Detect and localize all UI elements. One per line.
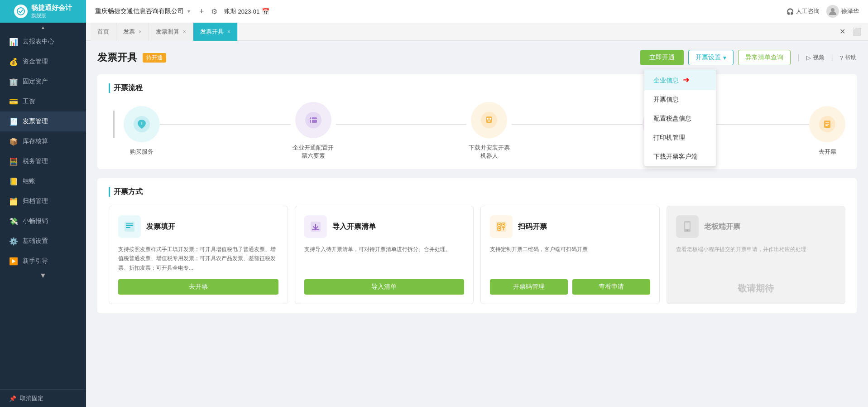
sidebar-item-reports[interactable]: 📊 云报表中心 — [0, 32, 86, 52]
sidebar-item-invoice[interactable]: 🧾 发票管理 — [0, 111, 86, 131]
connector-2 — [336, 124, 467, 125]
tab-issue-label: 发票开具 — [200, 28, 224, 36]
exception-button[interactable]: 异常清单查询 — [738, 50, 791, 65]
guide-icon: ▶️ — [9, 257, 18, 266]
method-card-import: 导入开票清单 支持导入待开票清单，可对待开票清单进行拆分、合并处理。 导入清单 — [295, 206, 474, 304]
scan-card-btn1[interactable]: 开票码管理 — [490, 279, 568, 295]
connector-3 — [512, 124, 643, 125]
sidebar-item-archive[interactable]: 🗂️ 归档管理 — [0, 191, 86, 211]
tab-issue[interactable]: 发票开具 × — [193, 23, 238, 41]
fill-invoice-icon — [118, 215, 141, 238]
boss-card-desc: 查看老板端小程序提交的开票申请，并作出相应的处理 — [676, 245, 836, 273]
flow-step-2-label: 企业开通配置开票六要素 — [291, 144, 336, 160]
import-card-title: 导入开票清单 — [332, 222, 376, 232]
tab-invoice[interactable]: 发票 × — [116, 23, 149, 41]
connector-1 — [160, 124, 291, 125]
sidebar-item-funds[interactable]: 💰 资金管理 — [0, 52, 86, 72]
tax-icon: 🧮 — [9, 157, 18, 166]
dropdown-item-download[interactable]: 下载开票客户端 — [644, 147, 716, 166]
svg-rect-36 — [503, 224, 504, 225]
sidebar-label-guide: 新手引导 — [23, 257, 48, 265]
tab-estimate[interactable]: 发票测算 × — [149, 23, 193, 41]
fill-card-btn[interactable]: 去开票 — [118, 279, 278, 295]
tab-issue-close[interactable]: × — [227, 29, 230, 35]
sidebar-scroll-up[interactable]: ▲ — [0, 23, 86, 32]
header-settings-icon[interactable]: ⚙ — [211, 7, 217, 16]
svg-rect-25 — [126, 223, 133, 224]
video-button[interactable]: ▷ 视频 — [806, 53, 825, 62]
svg-rect-5 — [310, 117, 317, 123]
settings-chevron-icon: ▾ — [723, 54, 726, 61]
sidebar-label-archive: 归档管理 — [23, 197, 48, 205]
user-name: 徐泽华 — [841, 7, 859, 15]
header-add-button[interactable]: + — [199, 7, 204, 16]
invoice-icon: 🧾 — [9, 117, 18, 126]
scan-card-desc: 支持定制开票二维码，客户端可扫码开票 — [490, 245, 650, 266]
tab-bar: 首页 发票 × 发票测算 × 发票开具 × ✕ ⬜ — [86, 23, 868, 41]
help-icon: ? — [840, 54, 843, 61]
flow-step-3: 下载并安装开票机器人 — [466, 102, 512, 160]
scan-card-btn2[interactable]: 查看申请 — [572, 279, 650, 295]
flow-step-3-icon — [471, 102, 507, 138]
flow-steps: + 购买服务 — [109, 102, 845, 160]
sidebar-item-tax[interactable]: 🧮 税务管理 — [0, 151, 86, 171]
funds-icon: 💰 — [9, 57, 18, 66]
tab-bar-right: ✕ ⬜ — [836, 25, 868, 38]
sidebar-pin-button[interactable]: 📌 取消固定 — [0, 390, 86, 407]
sidebar-item-settle[interactable]: 📒 结账 — [0, 171, 86, 191]
inventory-icon: 📦 — [9, 137, 18, 146]
sidebar-item-expense[interactable]: 💸 小畅报销 — [0, 211, 86, 231]
pin-icon: 📌 — [9, 395, 16, 402]
tab-home[interactable]: 首页 — [91, 23, 116, 41]
tab-estimate-close[interactable]: × — [183, 29, 186, 35]
logo-area: 畅捷通好会计 旗舰版 — [0, 0, 86, 23]
divider: | — [797, 53, 799, 62]
tab-expand-button[interactable]: ⬜ — [851, 25, 863, 38]
dropdown-item-printer[interactable]: 打印机管理 — [644, 128, 716, 147]
dropdown-item-tax-disk[interactable]: 配置税盘信息 — [644, 109, 716, 128]
sidebar-item-inventory[interactable]: 📦 库存核算 — [0, 131, 86, 151]
fill-card-title: 发票填开 — [146, 222, 175, 232]
period-label: 账期 — [224, 7, 236, 15]
method-card-boss-header: 老板端开票 — [676, 215, 836, 238]
sidebar-scroll-down[interactable]: ▼ — [0, 271, 86, 280]
sidebar-item-assets[interactable]: 🏢 固定资产 — [0, 72, 86, 92]
method-card-fill: 发票填开 支持按照发票样式手工填开发票；可开具增值税电子普通发票、增值税普通发票… — [109, 206, 288, 304]
svg-text:+: + — [140, 120, 143, 126]
sidebar: ▲ 📊 云报表中心 💰 资金管理 🏢 固定资产 💳 工资 🧾 发票管理 📦 库存… — [0, 23, 86, 407]
dropdown-item-company[interactable]: 企业信息 ➜ — [644, 69, 716, 90]
svg-rect-27 — [126, 227, 130, 228]
svg-rect-41 — [685, 223, 690, 229]
company-dropdown-icon[interactable]: ▾ — [187, 8, 190, 15]
activate-button[interactable]: 立即开通 — [640, 50, 684, 65]
settle-icon: 📒 — [9, 177, 18, 186]
sidebar-label-salary: 工资 — [23, 97, 35, 106]
tab-estimate-label: 发票测算 — [156, 28, 179, 36]
tab-invoice-label: 发票 — [123, 28, 135, 36]
dropdown-item-invoice-info[interactable]: 开票信息 — [644, 90, 716, 109]
import-card-btn[interactable]: 导入清单 — [304, 279, 465, 295]
logo-sub: 旗舰版 — [31, 12, 72, 19]
method-cards: 发票填开 支持按照发票样式手工填开发票；可开具增值税电子普通发票、增值税普通发票… — [109, 206, 845, 304]
divider2: | — [831, 53, 833, 62]
tab-close-button[interactable]: ✕ — [836, 25, 849, 38]
calendar-icon[interactable]: 📅 — [262, 8, 269, 15]
expense-icon: 💸 — [9, 217, 18, 226]
header-company: 重庆畅捷交通信息咨询有限公司 ▾ + ⚙ 账期 2023-01 📅 🎧 人工咨询… — [86, 0, 868, 23]
sidebar-item-guide[interactable]: ▶️ 新手引导 — [0, 251, 86, 271]
fill-card-desc: 支持按照发票样式手工填开发票；可开具增值税电子普通发票、增值税普通发票、增值税专… — [118, 245, 278, 272]
flow-divider — [113, 111, 115, 138]
tab-invoice-close[interactable]: × — [139, 29, 142, 35]
scan-invoice-icon — [490, 215, 513, 238]
help-button[interactable]: ? 帮助 — [840, 53, 857, 62]
status-badge: 待开通 — [143, 53, 166, 63]
import-invoice-icon — [304, 215, 327, 238]
sidebar-label-tax: 税务管理 — [23, 157, 48, 165]
sidebar-item-settings[interactable]: ⚙️ 基础设置 — [0, 231, 86, 251]
ai-consult-button[interactable]: 🎧 人工咨询 — [786, 7, 820, 15]
method-section: 开票方式 — [97, 178, 857, 313]
sidebar-label-inventory: 库存核算 — [23, 137, 48, 145]
sidebar-item-salary[interactable]: 💳 工资 — [0, 92, 86, 111]
settings-dropdown-button[interactable]: 开票设置 ▾ — [688, 50, 734, 65]
page-title-right: 立即开通 开票设置 ▾ 异常清单查询 | ▷ 视频 | ? 帮助 — [640, 50, 857, 65]
